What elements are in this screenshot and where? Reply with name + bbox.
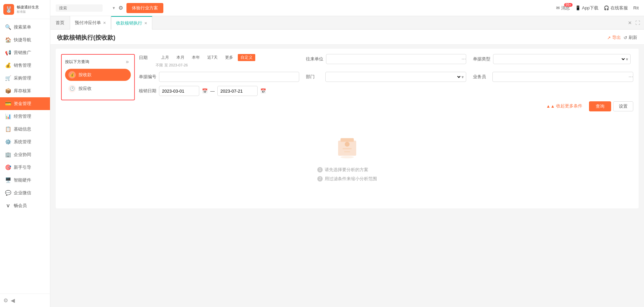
filter-actions-right: ▲▲ 收起更多条件 查询 设置 [546, 101, 633, 111]
date-7days-btn[interactable]: 近7天 [205, 54, 220, 61]
window-buttons: ✕ ⛶ [628, 20, 644, 25]
message-action[interactable]: ✉ 消息 99+ [556, 5, 570, 11]
doc-type-select-wrapper: ▾ [493, 54, 631, 64]
filter-right: 日期 上月 本月 本年 近7天 更多 自定义 [139, 54, 633, 111]
doc-no-input[interactable] [159, 72, 299, 82]
writeoff-date-start-input[interactable] [159, 86, 199, 96]
sidebar-item-business[interactable]: 📊 经营管理 [0, 110, 50, 123]
wechat-icon: 💬 [5, 190, 11, 196]
sidebar-collapse-icon[interactable]: ◀ [11, 297, 15, 304]
writeoff-date-row: 核销日期 📅 — 📅 [139, 86, 633, 96]
sidebar-item-finance[interactable]: 💳 资金管理 [0, 97, 50, 110]
close-window-icon[interactable]: ✕ [628, 20, 632, 25]
dept-chevron-icon: ▾ [462, 74, 466, 80]
refresh-button[interactable]: ↺ 刷新 [624, 35, 637, 41]
empty-state: 1 请先选择要分析的方案 2 用过滤条件来缩小分析范围 [61, 111, 633, 203]
sidebar-item-marketing[interactable]: 📢 营销推广 [0, 46, 50, 59]
business-icon: 📊 [5, 113, 11, 119]
svg-rect-1 [340, 138, 354, 142]
doc-type-chevron-icon: ▾ [626, 57, 630, 62]
sidebar-bottom: ⚙ ◀ [0, 294, 50, 307]
sidebar-item-guide[interactable]: 🎯 新手引导 [0, 161, 50, 174]
date-this-month-btn[interactable]: 本月 [174, 54, 187, 61]
receipt-option-icon: 💰 [68, 71, 76, 79]
date-filter-group: 日期 上月 本月 本年 近7天 更多 自定义 [139, 54, 299, 68]
tab-home[interactable]: 首页 [50, 16, 70, 30]
sidebar-item-quicknav[interactable]: 🏠 快捷导航 [0, 34, 50, 46]
hardware-icon: 🖥️ [5, 177, 11, 183]
date-no-limit-label: 不限 [156, 63, 163, 67]
finance-icon: 💳 [5, 101, 11, 107]
query-button[interactable]: 查询 [589, 101, 611, 111]
settings-button[interactable]: 设置 [613, 101, 633, 111]
app-download-action[interactable]: 📱 App下载 [575, 5, 598, 11]
export-icon: ↗ [607, 35, 611, 40]
maximize-window-icon[interactable]: ⛶ [635, 20, 640, 25]
sidebar-menu: 🔍 搜索菜单 🏠 快捷导航 📢 营销推广 💰 销售管理 🛒 采购管理 📦 库存核… [0, 19, 50, 294]
tab-prepay-close[interactable]: ✕ [103, 16, 106, 30]
export-button[interactable]: ↗ 导出 [607, 35, 621, 41]
filter-option-by-receivable[interactable]: 🕐 按应收 [65, 83, 131, 95]
sidebar-item-hardware[interactable]: 🖥️ 智能硬件 [0, 174, 50, 187]
sidebar-item-wechat[interactable]: 💬 企业微信 [0, 187, 50, 199]
main-area: ▾ ⚙ 体验行业方案 ✉ 消息 99+ 📱 App下载 🎧 在线客服 Rit 首… [50, 0, 644, 307]
sidebar-item-purchase[interactable]: 🛒 采购管理 [0, 72, 50, 85]
filter-collapse-arrow[interactable]: » [124, 58, 131, 65]
date-range-separator: — [210, 89, 215, 94]
topbar-chevron-icon[interactable]: ▾ [113, 5, 115, 10]
dept-select[interactable] [326, 73, 462, 81]
writeoff-date-start-calendar-icon[interactable]: 📅 [202, 88, 208, 94]
writeoff-date-end-calendar-icon[interactable]: 📅 [260, 88, 266, 94]
date-last-month-btn[interactable]: 上月 [158, 54, 172, 61]
sidebar-item-vip[interactable]: V 畅会员 [0, 199, 50, 212]
tab-receipt-offset-close[interactable]: ✕ [144, 16, 147, 30]
counterparty-dots-icon[interactable]: ··· [462, 56, 466, 62]
date-more-btn[interactable]: 更多 [222, 54, 236, 61]
topbar-actions: ✉ 消息 99+ 📱 App下载 🎧 在线客服 Rit [556, 5, 639, 11]
date-custom-btn[interactable]: 自定义 [238, 54, 255, 61]
svg-point-5 [340, 156, 354, 158]
doc-type-select[interactable] [493, 55, 626, 63]
tab-receipt-offset[interactable]: 收款核销执行 ✕ [111, 16, 152, 30]
collapse-up-icon: ▲▲ [546, 104, 555, 109]
sidebar-logo: 🐰 畅捷通好生意 标准版 [0, 0, 50, 19]
counterparty-input[interactable] [326, 55, 462, 63]
sidebar: 🐰 畅捷通好生意 标准版 🔍 搜索菜单 🏠 快捷导航 📢 营销推广 💰 销售管理… [0, 0, 50, 307]
date-to-label: 至 2023-07-26 [164, 63, 188, 67]
filter-option-by-receipt[interactable]: 💰 按收款 [65, 69, 131, 81]
online-service-action[interactable]: 🎧 在线客服 [604, 5, 628, 11]
solution-button[interactable]: 体验行业方案 [126, 3, 163, 13]
home-icon: 🏠 [5, 37, 11, 43]
user-area[interactable]: Rit [633, 5, 639, 10]
date-label: 日期 [139, 55, 156, 61]
staff-filter-row: 业务员 ··· [473, 72, 633, 82]
purchase-icon: 🛒 [5, 75, 11, 81]
settings-gear-icon[interactable]: ⚙ [3, 297, 8, 304]
collapse-more-button[interactable]: ▲▲ 收起更多条件 [546, 103, 582, 109]
page-title: 收款核销执行(按收款) [57, 34, 115, 42]
tab-prepay[interactable]: 预付冲应付单 ✕ [70, 16, 111, 30]
counterparty-input-wrapper: ··· [326, 54, 466, 64]
date-options-row: 上月 本月 本年 近7天 更多 自定义 [158, 54, 255, 61]
page-header-actions: ↗ 导出 ↺ 刷新 [607, 35, 637, 41]
tip-number-1: 1 [317, 167, 323, 172]
date-this-year-btn[interactable]: 本年 [189, 54, 203, 61]
vip-icon: V [5, 203, 11, 208]
sidebar-item-search[interactable]: 🔍 搜索菜单 [0, 21, 50, 34]
writeoff-date-end-input[interactable] [217, 86, 258, 96]
basic-icon: 📋 [5, 126, 11, 132]
sidebar-item-basic[interactable]: 📋 基础信息 [0, 123, 50, 136]
empty-state-illustration [332, 132, 362, 162]
topbar-search-area [56, 4, 109, 12]
sidebar-item-inventory[interactable]: 📦 库存核算 [0, 85, 50, 97]
topbar-gear-icon[interactable]: ⚙ [118, 5, 123, 11]
tip-number-2: 2 [317, 176, 323, 182]
staff-input[interactable] [493, 73, 629, 81]
sidebar-item-corp[interactable]: 🏢 企业协同 [0, 148, 50, 161]
counterparty-filter-row: 往来单位 ··· [306, 54, 466, 64]
staff-dots-icon[interactable]: ··· [629, 74, 633, 80]
search-input[interactable] [56, 4, 103, 12]
sidebar-item-system[interactable]: ⚙️ 系统管理 [0, 136, 50, 148]
svg-rect-3 [343, 148, 352, 150]
sidebar-item-sales[interactable]: 💰 销售管理 [0, 59, 50, 72]
